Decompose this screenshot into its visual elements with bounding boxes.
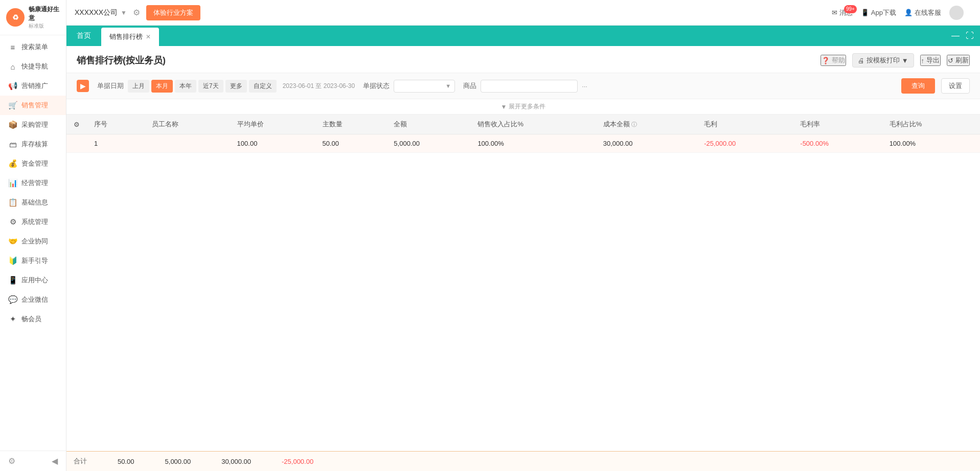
logo-area: ♻ 畅康通好生意 标准版: [0, 0, 66, 35]
nav-icon-marketing: 📢: [8, 81, 17, 91]
tab-minimize-icon[interactable]: —: [951, 31, 960, 40]
sidebar-item-finance[interactable]: 💰资金管理: [0, 154, 66, 173]
footer-label: 合计: [74, 457, 87, 466]
date-tab-自定义[interactable]: 自定义: [249, 80, 277, 93]
settings-icon[interactable]: ⚙: [133, 8, 140, 17]
tab-close-icon[interactable]: ✕: [146, 33, 151, 40]
filter-goods-item: 商品 ···: [463, 80, 587, 93]
nav-icon-system: ⚙: [8, 217, 17, 227]
th-amount: 全额: [386, 115, 470, 134]
print-button[interactable]: 🖨 按模板打印 ▼: [852, 53, 914, 68]
app-download-button[interactable]: 📱 App下载: [861, 8, 896, 17]
goods-input[interactable]: [481, 80, 578, 93]
sidebar: ♻ 畅康通好生意 标准版 ≡搜索菜单⌂快捷导航📢营销推广🛒销售管理📦采购管理🗃库…: [0, 0, 66, 471]
tab-sales-rank-label: 销售排行榜: [109, 32, 143, 41]
th-gross-pct: 毛利占比%: [882, 115, 980, 134]
th-cost: 成本全额 ⓘ: [596, 115, 697, 134]
nav-icon-finance: 💰: [8, 159, 17, 168]
trial-button[interactable]: 体验行业方案: [146, 5, 200, 20]
sidebar-settings-icon[interactable]: ⚙: [8, 456, 15, 466]
avatar[interactable]: [949, 6, 964, 20]
nav-icon-purchase: 📦: [8, 120, 17, 129]
cell-sales-pct-0: 100.00%: [470, 134, 596, 153]
nav-label-app-center: 应用中心: [21, 276, 48, 285]
sidebar-item-system[interactable]: ⚙系统管理: [0, 212, 66, 232]
expand-label: 展开更多条件: [509, 102, 545, 111]
date-tab-本年[interactable]: 本年: [175, 80, 196, 93]
filter-date-item: 单据日期 上月本月本年近7天更多自定义 2023-06-01 至 2023-06…: [97, 80, 355, 93]
app-icon: 📱: [861, 9, 869, 16]
sidebar-item-app-center[interactable]: 📱应用中心: [0, 271, 66, 290]
sidebar-item-marketing[interactable]: 📢营销推广: [0, 76, 66, 96]
export-label: 导出: [926, 56, 940, 65]
goods-more-icon[interactable]: ···: [582, 82, 587, 90]
date-tab-本月[interactable]: 本月: [151, 80, 173, 93]
help-button[interactable]: ❓ 帮助: [821, 55, 846, 66]
logo-icon: ♻: [6, 8, 25, 27]
date-tab-上月[interactable]: 上月: [128, 80, 149, 93]
query-button[interactable]: 查询: [901, 78, 935, 94]
message-button[interactable]: ✉ 消息 99+: [832, 8, 853, 17]
date-tab-近7天[interactable]: 近7天: [198, 80, 223, 93]
th-gross-rate: 毛利率: [793, 115, 882, 134]
sidebar-item-wechat[interactable]: 💬企业微信: [0, 290, 66, 309]
sidebar-item-member[interactable]: ✦畅会员: [0, 309, 66, 329]
th-sales-pct: 销售收入占比%: [470, 115, 596, 134]
tab-home[interactable]: 首页: [66, 26, 101, 46]
cell-employee-0: [145, 134, 230, 153]
sidebar-item-basic-info[interactable]: 📋基础信息: [0, 193, 66, 212]
print-dropdown-icon: ▼: [902, 57, 908, 64]
sidebar-item-purchase[interactable]: 📦采购管理: [0, 115, 66, 134]
date-tab-更多[interactable]: 更多: [225, 80, 247, 93]
filter-collapse-button[interactable]: ▶: [77, 80, 89, 92]
topbar: XXXXXX公司 ▼ ⚙ 体验行业方案 ✉ 消息 99+ 📱 App下载 👤 在…: [66, 0, 980, 26]
online-service-button[interactable]: 👤 在线客服: [904, 8, 941, 17]
sidebar-item-search-order[interactable]: ≡搜索菜单: [0, 37, 66, 57]
logo-text: 畅康通好生意 标准版: [29, 5, 60, 30]
th-employee: 员工名称: [145, 115, 230, 134]
nav-icon-operations: 📊: [8, 178, 17, 188]
tab-fullscreen-icon[interactable]: ⛶: [966, 31, 974, 40]
sidebar-item-inventory[interactable]: 🗃库存核算: [0, 134, 66, 154]
export-icon: ↑: [921, 57, 925, 64]
sidebar-item-operations[interactable]: 📊经营管理: [0, 173, 66, 193]
nav-label-guide: 新手引导: [21, 256, 48, 265]
nav-icon-wechat: 💬: [8, 295, 17, 304]
main-area: XXXXXX公司 ▼ ⚙ 体验行业方案 ✉ 消息 99+ 📱 App下载 👤 在…: [66, 0, 980, 471]
data-table: ⚙ 序号 员工名称 平均单价 主数量 全额 销售收入占比% 成本全额 ⓘ 毛利 …: [66, 115, 980, 153]
filter-bar: ▶ 单据日期 上月本月本年近7天更多自定义 2023-06-01 至 2023-…: [66, 73, 980, 99]
sidebar-collapse-icon[interactable]: ◀: [52, 456, 58, 466]
nav-label-basic-info: 基础信息: [21, 198, 48, 207]
print-icon: 🖨: [858, 57, 864, 64]
tab-sales-rank[interactable]: 销售排行榜 ✕: [101, 28, 159, 46]
filter-settings-button[interactable]: 设置: [941, 78, 970, 94]
status-select[interactable]: [394, 80, 455, 93]
cell-gross-0: -25,000.00: [697, 134, 793, 153]
export-button[interactable]: ↑ 导出: [920, 55, 941, 66]
th-gross: 毛利: [697, 115, 793, 134]
cell-rank-0: 1: [87, 134, 145, 153]
expand-more-bar: ▼ 展开更多条件: [66, 99, 980, 115]
filter-status-item: 单据状态 ▼: [363, 80, 455, 93]
nav-icon-inventory: 🗃: [8, 140, 17, 149]
sidebar-bottom: ⚙ ◀: [0, 451, 66, 471]
page-actions: ❓ 帮助 🖨 按模板打印 ▼ ↑ 导出 ↺ 刷新: [821, 53, 970, 68]
expand-icon: ▼: [501, 103, 507, 110]
expand-more-button[interactable]: ▼ 展开更多条件: [501, 102, 546, 111]
sidebar-item-sales[interactable]: 🛒销售管理: [0, 96, 66, 115]
refresh-icon: ↺: [948, 57, 953, 64]
sidebar-item-quick-nav[interactable]: ⌂快捷导航: [0, 57, 66, 76]
company-selector[interactable]: XXXXXX公司 ▼: [75, 8, 127, 17]
nav-icon-sales: 🛒: [8, 101, 17, 110]
service-icon: 👤: [904, 9, 913, 16]
nav-label-sales: 销售管理: [21, 101, 48, 110]
refresh-button[interactable]: ↺ 刷新: [947, 55, 970, 66]
app-label: App下载: [871, 8, 896, 17]
sidebar-nav: ≡搜索菜单⌂快捷导航📢营销推广🛒销售管理📦采购管理🗃库存核算💰资金管理📊经营管理…: [0, 35, 66, 451]
nav-label-purchase: 采购管理: [21, 120, 48, 129]
sidebar-item-enterprise[interactable]: 🤝企业协同: [0, 232, 66, 251]
logo-app-name: 畅康通好生意: [29, 5, 60, 23]
nav-label-inventory: 库存核算: [21, 140, 48, 149]
sidebar-item-guide[interactable]: 🔰新手引导: [0, 251, 66, 271]
nav-icon-app-center: 📱: [8, 276, 17, 285]
